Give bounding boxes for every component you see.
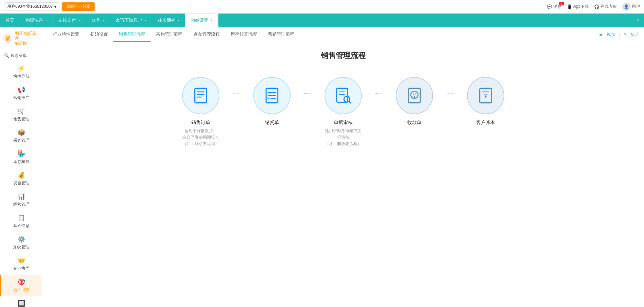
flow-arrow-0: ···→ xyxy=(228,77,245,97)
sidebar-item-system[interactable]: ⚙️系统管理 xyxy=(0,232,42,253)
top-bar: 用户690企业1660120507 ▾ 体验行业方案 💬 消息 6 📱 App下… xyxy=(0,0,644,14)
tab-account-label: 账号 xyxy=(92,17,100,23)
svg-text:畅: 畅 xyxy=(5,35,11,41)
user-label: 用户690企业1660120507 xyxy=(7,4,53,9)
nav-close-all[interactable]: × xyxy=(633,14,644,27)
app-icon: 📱 xyxy=(567,4,572,9)
tab-payment-label: 在线支付 xyxy=(58,17,76,23)
flow-circle-customer-ledger: ¥ xyxy=(467,77,504,114)
sub-tab-purchase-flow[interactable]: 采购管理流程 xyxy=(151,27,188,42)
trial-button[interactable]: 体验行业方案 xyxy=(62,2,95,11)
flow-title: 销售管理流程 xyxy=(321,50,366,61)
tab-init-close[interactable]: × xyxy=(210,18,212,22)
message-badge: 6 xyxy=(559,2,564,5)
sidebar-item-marketing[interactable]: 📢营销推广 xyxy=(0,83,42,104)
flow-label-sales-order: 销售订单 xyxy=(191,120,210,126)
tab-payment-close[interactable]: × xyxy=(78,18,80,22)
flow-label-customer-ledger: 客户账本 xyxy=(476,120,495,126)
tab-logistics-close[interactable]: × xyxy=(45,18,47,22)
message-icon: 💬 xyxy=(547,4,552,9)
sub-tab-sales-flow[interactable]: 销售管理流程 xyxy=(113,27,151,42)
sidebar-item-basic[interactable]: 📋基础信息 xyxy=(0,211,42,232)
tab-home-label: 首页 xyxy=(5,17,14,23)
sidebar: 畅 畅库·做好生意 标准版 🔍 搜索菜单 ⚡快捷导航📢营销推广🛒销售管理📦采购管… xyxy=(0,27,42,307)
sub-tab-actions: ▶ 视频 | ? 帮助 xyxy=(600,32,639,38)
sidebar-icon-sales: 🛒 xyxy=(18,107,25,115)
sidebar-item-quick-nav[interactable]: ⚡快捷导航 xyxy=(0,61,42,83)
sub-tab-inventory-flow[interactable]: 库存核算流程 xyxy=(225,27,262,42)
tab-home[interactable]: 首页 xyxy=(0,14,20,27)
sidebar-label-system: 系统管理 xyxy=(13,244,30,250)
flow-desc-review: 适用于财务审核或主管审核（注：非必要流程） xyxy=(325,128,362,147)
search-menu[interactable]: 🔍 搜索菜单 xyxy=(0,50,42,61)
sidebar-icon-finance: 💰 xyxy=(18,171,25,179)
tab-init[interactable]: 初始设置 × xyxy=(185,14,218,27)
sidebar-item-finance[interactable]: 💰资金管理 xyxy=(0,168,42,189)
sidebar-icon-basic: 📋 xyxy=(18,214,25,222)
flow-circle-receipt: ¥ xyxy=(396,77,433,114)
sidebar-icon-marketing: 📢 xyxy=(18,86,25,94)
sidebar-item-purchase[interactable]: 📦采购管理 xyxy=(0,125,42,147)
svg-point-9 xyxy=(268,98,269,99)
sub-tab-marketing-flow[interactable]: 营销管理流程 xyxy=(262,27,300,42)
sidebar-label-marketing: 营销推广 xyxy=(13,95,30,101)
tab-logistics[interactable]: 物流快递 × xyxy=(20,14,53,27)
tab-invite-label: 邀请下游客户 xyxy=(116,17,142,23)
content-area: 行业特性设置初始设置销售管理流程采购管理流程资金管理流程库存核算流程营销管理流程… xyxy=(42,27,644,307)
sidebar-icon-app-center: 🔲 xyxy=(18,300,25,307)
sidebar-item-app-center[interactable]: 🔲应用中心 xyxy=(0,296,42,307)
sidebar-item-inventory[interactable]: 🏪库存核算 xyxy=(0,147,42,168)
top-bar-left: 用户690企业1660120507 ▾ 体验行业方案 xyxy=(4,2,95,11)
avatar: 👤 xyxy=(622,3,630,11)
tab-invite[interactable]: 邀请下游客户 × xyxy=(110,14,152,27)
video-label[interactable]: 视频 xyxy=(607,32,615,38)
dropdown-icon: ▾ xyxy=(54,4,56,9)
video-icon: ▶ xyxy=(600,32,603,37)
nav-tabs: 首页 物流快递 × 在线支付 × 账号 × 邀请下游客户 × 往来期初 × 初始… xyxy=(0,14,644,27)
service-group[interactable]: 🎧 在线客服 xyxy=(594,4,617,9)
sub-tab-items: 行业特性设置初始设置销售管理流程采购管理流程资金管理流程库存核算流程营销管理流程 xyxy=(47,27,300,42)
sidebar-icon-purchase: 📦 xyxy=(18,129,25,136)
user-select[interactable]: 用户690企业1660120507 ▾ xyxy=(4,2,59,11)
sidebar-item-operations[interactable]: 📊经营管理 xyxy=(0,189,42,211)
sidebar-item-sales[interactable]: 🛒销售管理 xyxy=(0,104,42,125)
sub-tabs: 行业特性设置初始设置销售管理流程采购管理流程资金管理流程库存核算流程营销管理流程… xyxy=(42,27,644,42)
sidebar-label-quick-nav: 快捷导航 xyxy=(13,74,30,79)
svg-text:¥: ¥ xyxy=(484,93,487,99)
help-label[interactable]: 帮助 xyxy=(630,32,639,38)
service-label: 在线客服 xyxy=(601,4,617,9)
tab-account-close[interactable]: × xyxy=(102,18,104,22)
tab-init-label: 初始设置 xyxy=(191,17,208,23)
user-avatar-group[interactable]: 👤 用户 xyxy=(622,3,640,11)
app-download-group[interactable]: 📱 App下载 xyxy=(567,4,589,9)
flow-item-customer-ledger: ¥ 客户账本 xyxy=(458,77,513,128)
sub-tab-init-set[interactable]: 初始设置 xyxy=(85,27,113,42)
sidebar-icon-inventory: 🏪 xyxy=(18,150,25,158)
tab-account[interactable]: 账号 × xyxy=(86,14,110,27)
tab-period[interactable]: 往来期初 × xyxy=(152,14,185,27)
tab-payment[interactable]: 在线支付 × xyxy=(53,14,86,27)
sidebar-item-enterprise[interactable]: 🤝企业协同 xyxy=(0,253,42,275)
flow-arrow-1: ···→ xyxy=(299,77,316,97)
tab-logistics-label: 物流快递 xyxy=(25,17,43,23)
tab-period-close[interactable]: × xyxy=(177,18,179,22)
sidebar-icon-enterprise: 🤝 xyxy=(18,257,25,264)
tab-invite-close[interactable]: × xyxy=(144,18,146,22)
sidebar-label-sales: 销售管理 xyxy=(13,116,30,122)
flow-circle-sales-order xyxy=(182,77,219,114)
sidebar-label-inventory: 库存核算 xyxy=(13,159,30,165)
logo-text: 畅库·做好生意 标准版 xyxy=(15,30,39,46)
sidebar-icon-operations: 📊 xyxy=(18,193,25,200)
help-icon: ? xyxy=(624,32,626,37)
sub-tab-industry[interactable]: 行业特性设置 xyxy=(47,27,85,42)
svg-line-13 xyxy=(349,101,350,103)
flow-label-review: 单据审核 xyxy=(334,120,353,126)
flow-arrow-2: ···→ xyxy=(370,77,387,97)
flow-item-review: 单据审核 适用于财务审核或主管审核（注：非必要流程） xyxy=(316,77,370,147)
logo-icon: 畅 xyxy=(3,33,13,44)
flow-circle-sales-bill xyxy=(253,77,291,114)
sidebar-item-guide[interactable]: 🎯新手引导 xyxy=(0,275,42,296)
sub-tab-finance-flow[interactable]: 资金管理流程 xyxy=(188,27,225,42)
message-group[interactable]: 💬 消息 6 xyxy=(547,4,562,9)
flow-item-sales-bill: 销货单 xyxy=(245,77,299,128)
